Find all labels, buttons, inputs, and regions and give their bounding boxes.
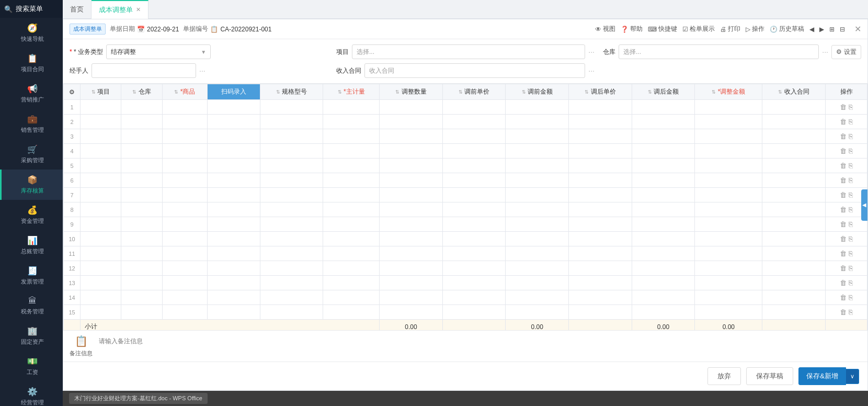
warehouse-input[interactable]: 选择...: [619, 44, 819, 59]
handler-input[interactable]: [92, 63, 196, 78]
sidebar-item-ledger-mgmt[interactable]: 📊总账管理: [0, 230, 63, 261]
cell-post-unit-price-2[interactable]: [569, 115, 632, 129]
cell-adjust-amount-8[interactable]: [695, 202, 762, 217]
cell-post-amount-14[interactable]: [632, 290, 695, 305]
cell-spec-2[interactable]: [260, 115, 323, 129]
cell-warehouse-12[interactable]: [121, 261, 162, 276]
cell-adjust-qty-7[interactable]: [380, 188, 443, 202]
cell-pre-amount-14[interactable]: [506, 290, 569, 305]
cell-post-amount-15[interactable]: [632, 305, 695, 320]
sidebar-item-fixed-assets[interactable]: 🏢固定资产: [0, 321, 63, 351]
cell-project-1[interactable]: [81, 100, 121, 115]
sidebar-item-project-contract[interactable]: 📋项目合同: [0, 48, 63, 78]
cell-warehouse-15[interactable]: [121, 305, 162, 320]
cell-product-5[interactable]: [162, 159, 208, 173]
cell-spec-15[interactable]: [260, 305, 323, 320]
cell-adjust-qty-1[interactable]: [380, 100, 443, 115]
cell-unit-8[interactable]: [323, 202, 380, 217]
cell-adjust-qty-9[interactable]: [380, 217, 443, 232]
cell-warehouse-7[interactable]: [121, 188, 162, 202]
cell-post-amount-13[interactable]: [632, 276, 695, 290]
cell-adjust-qty-6[interactable]: [380, 173, 443, 188]
copy-icon-2[interactable]: ⎘: [849, 118, 853, 126]
sidebar-item-invoice-mgmt[interactable]: 🧾发票管理: [0, 261, 63, 291]
cell-spec-1[interactable]: [260, 100, 323, 115]
cell-income-contract-11[interactable]: [762, 246, 826, 261]
cell-adjust-amount-2[interactable]: [695, 115, 762, 129]
cell-product-14[interactable]: [162, 290, 208, 305]
cell-scan-14[interactable]: [208, 290, 260, 305]
cell-post-unit-price-9[interactable]: [569, 217, 632, 232]
biz-type-input[interactable]: 结存调整 ▼: [106, 44, 211, 59]
save-draft-button[interactable]: 保存草稿: [746, 367, 793, 385]
cell-adjust-amount-11[interactable]: [695, 246, 762, 261]
discard-button[interactable]: 放弃: [707, 367, 741, 385]
cell-project-12[interactable]: [81, 261, 121, 276]
cell-unit-15[interactable]: [323, 305, 380, 320]
cell-pre-amount-13[interactable]: [506, 276, 569, 290]
cell-unit-3[interactable]: [323, 129, 380, 144]
delete-icon-7[interactable]: 🗑: [840, 191, 847, 199]
sidebar-item-ops-mgmt[interactable]: ⚙️经营管理: [0, 381, 63, 406]
cell-adjust-amount-3[interactable]: [695, 129, 762, 144]
cell-pre-unit-price-4[interactable]: [442, 144, 506, 159]
cell-adjust-amount-9[interactable]: [695, 217, 762, 232]
cell-scan-11[interactable]: [208, 246, 260, 261]
cell-unit-14[interactable]: [323, 290, 380, 305]
cell-spec-11[interactable]: [260, 246, 323, 261]
cell-warehouse-11[interactable]: [121, 246, 162, 261]
cell-income-contract-12[interactable]: [762, 261, 826, 276]
cell-pre-unit-price-9[interactable]: [442, 217, 506, 232]
copy-icon-11[interactable]: ⎘: [849, 250, 853, 257]
cell-scan-5[interactable]: [208, 159, 260, 173]
cell-unit-2[interactable]: [323, 115, 380, 129]
cell-pre-unit-price-7[interactable]: [442, 188, 506, 202]
cell-post-unit-price-8[interactable]: [569, 202, 632, 217]
col-settings[interactable]: ⚙: [64, 84, 81, 100]
cell-project-6[interactable]: [81, 173, 121, 188]
cell-warehouse-14[interactable]: [121, 290, 162, 305]
delete-icon-12[interactable]: 🗑: [840, 264, 847, 272]
cell-unit-6[interactable]: [323, 173, 380, 188]
cell-post-amount-12[interactable]: [632, 261, 695, 276]
copy-icon-4[interactable]: ⎘: [849, 147, 853, 155]
delete-icon-5[interactable]: 🗑: [840, 162, 847, 170]
cell-warehouse-1[interactable]: [121, 100, 162, 115]
cell-pre-unit-price-6[interactable]: [442, 173, 506, 188]
history-action[interactable]: 🕐 历史草稿: [770, 25, 804, 33]
cell-spec-9[interactable]: [260, 217, 323, 232]
cell-product-15[interactable]: [162, 305, 208, 320]
cell-unit-10[interactable]: [323, 232, 380, 246]
nav-prev[interactable]: ◀: [809, 26, 814, 33]
print-action[interactable]: 🖨 打印: [720, 25, 740, 33]
cell-income-contract-9[interactable]: [762, 217, 826, 232]
delete-icon-3[interactable]: 🗑: [840, 132, 847, 140]
save-new-button[interactable]: 保存&新增: [798, 367, 846, 385]
cell-post-unit-price-5[interactable]: [569, 159, 632, 173]
cell-income-contract-15[interactable]: [762, 305, 826, 320]
cell-unit-4[interactable]: [323, 144, 380, 159]
cell-pre-amount-5[interactable]: [506, 159, 569, 173]
cell-unit-5[interactable]: [323, 159, 380, 173]
cell-project-5[interactable]: [81, 159, 121, 173]
delete-icon-1[interactable]: 🗑: [840, 103, 847, 111]
cell-spec-6[interactable]: [260, 173, 323, 188]
cell-post-amount-1[interactable]: [632, 100, 695, 115]
cell-scan-10[interactable]: [208, 232, 260, 246]
cell-spec-12[interactable]: [260, 261, 323, 276]
project-more[interactable]: ···: [588, 48, 595, 56]
cell-spec-3[interactable]: [260, 129, 323, 144]
project-input[interactable]: 选择...: [352, 44, 585, 59]
taskbar-item[interactable]: 木门行业好业财处理方案-墓红红.doc - WPS Office: [69, 393, 208, 404]
tab-close-icon[interactable]: ✕: [136, 6, 141, 13]
cell-post-unit-price-6[interactable]: [569, 173, 632, 188]
copy-icon-5[interactable]: ⎘: [849, 162, 853, 170]
sidebar-item-quick-nav[interactable]: 🧭快速导航: [0, 18, 63, 48]
cell-post-unit-price-7[interactable]: [569, 188, 632, 202]
cell-product-2[interactable]: [162, 115, 208, 129]
cell-product-3[interactable]: [162, 129, 208, 144]
cell-product-1[interactable]: [162, 100, 208, 115]
tab-cost-adjust[interactable]: 成本调整单 ✕: [92, 0, 149, 19]
cell-income-contract-4[interactable]: [762, 144, 826, 159]
handler-more[interactable]: ···: [199, 66, 205, 75]
